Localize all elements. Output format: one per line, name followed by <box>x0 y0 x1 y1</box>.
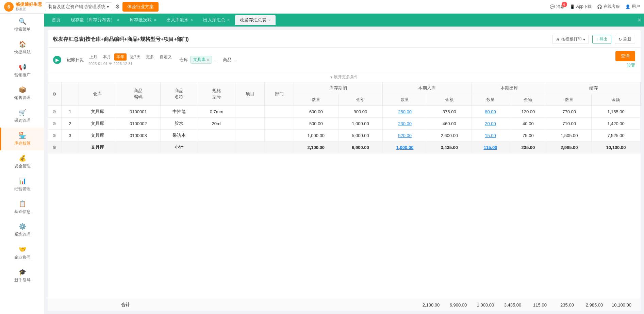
app-download-action[interactable]: 📱 App下载 <box>570 4 592 10</box>
cell-in-qty[interactable]: 1,000.00 <box>383 142 427 153</box>
table-subtotal-row: ⚙文具库小计2,100.006,900.001,000.003,435.0011… <box>48 142 641 153</box>
cell-seq: 3 <box>61 130 79 142</box>
cell-dept <box>265 130 294 142</box>
experience-button[interactable]: 体验行业方案 <box>122 2 159 12</box>
sidebar-item-newbie[interactable]: 🎓 新手引导 <box>0 264 44 287</box>
sidebar-item-purchase[interactable]: 🛒 采购管理 <box>0 105 44 128</box>
print-button[interactable]: 🖨 按模板打印 ▾ <box>552 35 589 44</box>
page-content: 收发存汇总表(按仓库+商品编码+商品+规格型号+项目+部门) 🖨 按模板打印 ▾… <box>44 27 644 314</box>
cell-out-amt: 120.00 <box>509 106 547 118</box>
content-area: 首页 现存量（库存分布表） × 库存批次账 × 出入库流水 × 出入库汇总 × <box>44 14 644 314</box>
query-button[interactable]: 查询 <box>615 51 635 61</box>
tab-close-inventory-dist[interactable]: × <box>117 18 119 22</box>
tab-inout-flow-label: 出入库流水 <box>166 17 188 23</box>
refresh-button[interactable]: ↻ 刷新 <box>615 35 635 44</box>
tab-home-label: 首页 <box>52 17 61 23</box>
date-btn-last-month[interactable]: 上月 <box>87 53 99 61</box>
sidebar: 🔍 搜索菜单 🏠 快捷导航 📢 营销推广 📦 销售管理 🛒 采购管理 🏪 <box>0 14 44 314</box>
sidebar-item-inventory[interactable]: 🏪 库存核算 <box>0 128 44 150</box>
tab-receive-summary[interactable]: 收发存汇总表 × <box>235 15 275 25</box>
col-project-header: 项目 <box>235 82 265 106</box>
sidebar-item-quick[interactable]: 🏠 快捷导航 <box>0 36 44 59</box>
cell-in-qty[interactable]: 250.00 <box>383 106 427 118</box>
cell-in-qty[interactable]: 230.00 <box>383 118 427 130</box>
cell-out-qty[interactable]: 115.00 <box>472 142 509 153</box>
date-btn-more[interactable]: 更多 <box>144 53 156 61</box>
cell-settings: ⚙ <box>48 118 61 130</box>
warehouse-filter-label: 仓库 <box>179 57 188 63</box>
product-more-btn[interactable]: ... <box>234 57 237 62</box>
tab-inout-summary[interactable]: 出入库汇总 × <box>198 15 234 25</box>
sidebar-item-sales[interactable]: 📦 销售管理 <box>0 82 44 105</box>
cell-balance-amt: 7,525.00 <box>591 130 640 142</box>
date-btn-this-month[interactable]: 本月 <box>101 53 113 61</box>
export-button[interactable]: ↑ 导出 <box>592 35 611 44</box>
cell-in-amt: 3,435.00 <box>427 142 472 153</box>
sidebar-label-sales: 销售管理 <box>14 95 31 101</box>
date-btn-this-year[interactable]: 本年 <box>114 53 127 61</box>
sidebar-item-basic[interactable]: 📋 基础信息 <box>0 196 44 219</box>
cell-out-qty[interactable]: 20.00 <box>472 118 509 130</box>
tab-close-inout-summary[interactable]: × <box>227 18 230 22</box>
date-btn-custom[interactable]: 自定义 <box>158 53 174 61</box>
cell-balance-amt: 1,420.00 <box>591 118 640 130</box>
col-code-header: 商品编码 <box>116 82 161 106</box>
user-icon: 👤 <box>625 4 630 9</box>
warehouse-more-btn[interactable]: ... <box>214 57 217 62</box>
cell-dept <box>265 142 294 153</box>
cell-out-qty[interactable]: 15.00 <box>472 130 509 142</box>
user-action[interactable]: 👤 用户 <box>625 4 640 10</box>
filter-toggle-button[interactable]: ▶ <box>53 56 61 64</box>
cell-out-amt: 235.00 <box>509 142 547 153</box>
expand-more-button[interactable]: ▾ 展开更多条件 <box>330 74 358 80</box>
tab-close-receive-summary[interactable]: × <box>268 18 270 22</box>
system-title-text: 装备及固定资产辅助管理系统 <box>48 4 105 10</box>
close-all-tabs-button[interactable]: × <box>638 17 641 24</box>
warehouse-tag-close[interactable]: × <box>207 58 209 62</box>
export-icon: ↑ <box>596 37 598 42</box>
col-balance-qty-header: 数量 <box>547 94 592 106</box>
cell-in-qty[interactable]: 520.00 <box>383 130 427 142</box>
sidebar-item-enterprise[interactable]: 🤝 企业协同 <box>0 242 44 264</box>
logo-text-block: 畅捷通好生意 标准版 <box>16 2 42 12</box>
tab-home[interactable]: 首页 <box>47 15 65 25</box>
messages-action[interactable]: 💬 消息 6 <box>550 4 564 10</box>
date-btn-7days[interactable]: 近7天 <box>128 53 143 61</box>
cell-balance-qty: 1,505.00 <box>547 130 592 142</box>
cell-in-amt: 460.00 <box>427 118 472 130</box>
cell-warehouse: 文具库 <box>79 118 116 130</box>
cell-project <box>235 130 265 142</box>
cell-balance-amt: 10,100.00 <box>591 142 640 153</box>
operations-icon: 📊 <box>19 177 26 185</box>
print-label: 按模板打印 <box>561 36 582 42</box>
sidebar-label-enterprise: 企业协同 <box>14 254 31 260</box>
tab-inout-flow[interactable]: 出入库流水 × <box>162 15 198 25</box>
product-filter-label: 商品 <box>223 57 232 63</box>
expand-more-bar: ▾ 展开更多条件 <box>48 72 641 82</box>
col-settings-header: ⚙ <box>48 82 61 106</box>
cell-warehouse: 文具库 <box>79 106 116 118</box>
basic-icon: 📋 <box>19 200 26 208</box>
footer-in-amt: 3,435.00 <box>499 302 526 308</box>
sidebar-item-marketing[interactable]: 📢 营销推广 <box>0 59 44 82</box>
tab-batch[interactable]: 库存批次账 × <box>125 15 161 25</box>
headset-icon: 🎧 <box>597 4 602 9</box>
tab-close-batch[interactable]: × <box>154 18 156 22</box>
cell-name: 胶水 <box>161 118 198 130</box>
cell-code: 0100003 <box>116 130 161 142</box>
cell-out-qty[interactable]: 80.00 <box>472 106 509 118</box>
system-title[interactable]: 装备及固定资产辅助管理系统 ▾ <box>45 2 112 11</box>
messages-badge: 6 <box>562 2 567 7</box>
tab-inventory-dist[interactable]: 现存量（库存分布表） × <box>66 15 124 25</box>
online-service-action[interactable]: 🎧 在线客服 <box>597 4 620 10</box>
settings-link[interactable]: 设置 <box>627 63 635 68</box>
cell-name: 采访本 <box>161 130 198 142</box>
sidebar-item-search[interactable]: 🔍 搜索菜单 <box>0 14 44 36</box>
sidebar-item-finance[interactable]: 💰 资金管理 <box>0 150 44 173</box>
table-header-row-main: ⚙ 仓库 商品编码 商品名称 规格型号 项目 部门 库存期初 本期入库 <box>48 82 641 94</box>
gear-button[interactable]: ⚙ <box>115 3 120 10</box>
sidebar-item-operations[interactable]: 📊 经营管理 <box>0 173 44 196</box>
tab-close-inout-flow[interactable]: × <box>191 18 193 22</box>
sidebar-item-system[interactable]: ⚙️ 系统管理 <box>0 219 44 242</box>
tab-inventory-dist-label: 现存量（库存分布表） <box>71 17 115 23</box>
